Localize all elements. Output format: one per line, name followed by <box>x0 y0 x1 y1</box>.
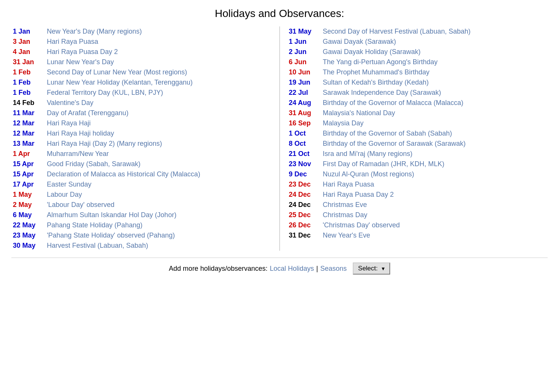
dropdown-arrow-icon: ▼ <box>381 266 386 272</box>
holiday-name-cell: Second Day of Lunar New Year (Most regio… <box>45 67 276 77</box>
date-cell: 23 Nov <box>287 159 321 169</box>
list-item: 31 JanLunar New Year's Day <box>11 57 276 67</box>
holiday-name-cell: Nuzul Al-Quran (Most regions) <box>321 169 548 179</box>
date-cell: 9 Dec <box>287 169 321 179</box>
holiday-name-cell: Pahang State Holiday (Pahang) <box>45 220 276 230</box>
list-item: 2 JunGawai Dayak Holiday (Sarawak) <box>287 47 548 57</box>
date-cell: 15 Apr <box>11 169 45 179</box>
holiday-name-cell: New Year's Day (Many regions) <box>45 26 276 37</box>
list-item: 1 FebLunar New Year Holiday (Kelantan, T… <box>11 77 276 88</box>
list-item: 25 DecChristmas Day <box>287 210 548 220</box>
seasons-link[interactable]: Seasons <box>320 265 347 273</box>
date-cell: 11 Mar <box>11 108 45 118</box>
list-item: 1 MayLabour Day <box>11 190 276 200</box>
date-cell: 6 Jun <box>287 57 321 67</box>
holiday-name-cell: Easter Sunday <box>45 179 276 190</box>
date-cell: 1 Feb <box>11 77 45 88</box>
date-cell: 10 Jun <box>287 67 321 77</box>
list-item: 22 MayPahang State Holiday (Pahang) <box>11 220 276 230</box>
date-cell: 13 Mar <box>11 139 45 149</box>
date-cell: 1 May <box>11 190 45 200</box>
list-item: 6 JunThe Yang di-Pertuan Agong's Birthda… <box>287 57 548 67</box>
list-item: 26 Dec'Christmas Day' observed <box>287 220 548 230</box>
date-cell: 19 Jun <box>287 77 321 88</box>
list-item: 1 AprMuharram/New Year <box>11 149 276 159</box>
holiday-name-cell: New Year's Eve <box>321 230 548 241</box>
holiday-name-cell: Christmas Day <box>321 210 548 220</box>
local-holidays-link[interactable]: Local Holidays <box>270 265 314 273</box>
list-item: 14 FebValentine's Day <box>11 98 276 108</box>
date-cell: 6 May <box>11 210 45 220</box>
select-button[interactable]: Select: ▼ <box>353 262 390 275</box>
date-cell: 23 Dec <box>287 179 321 190</box>
date-cell: 16 Sep <box>287 118 321 128</box>
footer: Add more holidays/observances: Local Hol… <box>11 258 548 275</box>
holiday-name-cell: Sultan of Kedah's Birthday (Kedah) <box>321 77 548 88</box>
list-item: 10 JunThe Prophet Muhammad's Birthday <box>287 67 548 77</box>
holiday-name-cell: Harvest Festival (Labuan, Sabah) <box>45 241 276 251</box>
holiday-name-cell: Valentine's Day <box>45 98 276 108</box>
list-item: 23 DecHari Raya Puasa <box>287 179 548 190</box>
date-cell: 1 Apr <box>11 149 45 159</box>
list-item: 23 NovFirst Day of Ramadan (JHR, KDH, ML… <box>287 159 548 169</box>
list-item: 17 AprEaster Sunday <box>11 179 276 190</box>
date-cell: 1 Jan <box>11 26 45 37</box>
holiday-name-cell: Good Friday (Sabah, Sarawak) <box>45 159 276 169</box>
list-item: 6 MayAlmarhum Sultan Iskandar Hol Day (J… <box>11 210 276 220</box>
holiday-name-cell: First Day of Ramadan (JHR, KDH, MLK) <box>321 159 548 169</box>
holiday-name-cell: Federal Territory Day (KUL, LBN, PJY) <box>45 88 276 98</box>
holiday-name-cell: Malaysia Day <box>321 118 548 128</box>
list-item: 22 JulSarawak Independence Day (Sarawak) <box>287 88 548 98</box>
list-item: 4 JanHari Raya Puasa Day 2 <box>11 47 276 57</box>
list-item: 1 FebFederal Territory Day (KUL, LBN, PJ… <box>11 88 276 98</box>
list-item: 8 OctBirthday of the Governor of Sarawak… <box>287 139 548 149</box>
holiday-name-cell: The Prophet Muhammad's Birthday <box>321 67 548 77</box>
holiday-name-cell: Christmas Eve <box>321 200 548 210</box>
page-title: Holidays and Observances: <box>11 8 548 20</box>
left-column: 1 JanNew Year's Day (Many regions)3 JanH… <box>11 26 280 251</box>
holiday-name-cell: Malaysia's National Day <box>321 108 548 118</box>
list-item: 1 JanNew Year's Day (Many regions) <box>11 26 276 37</box>
list-item: 13 MarHari Raya Haji (Day 2) (Many regio… <box>11 139 276 149</box>
holiday-name-cell: Birthday of the Governor of Sarawak (Sar… <box>321 139 548 149</box>
footer-separator: | <box>316 265 318 273</box>
date-cell: 2 May <box>11 200 45 210</box>
date-cell: 26 Dec <box>287 220 321 230</box>
holiday-name-cell: Hari Raya Puasa <box>45 37 276 47</box>
date-cell: 2 Jun <box>287 47 321 57</box>
holiday-name-cell: 'Pahang State Holiday' observed (Pahang) <box>45 230 276 241</box>
date-cell: 3 Jan <box>11 37 45 47</box>
holiday-name-cell: 'Labour Day' observed <box>45 200 276 210</box>
list-item: 16 SepMalaysia Day <box>287 118 548 128</box>
list-item: 24 DecHari Raya Puasa Day 2 <box>287 190 548 200</box>
date-cell: 12 Mar <box>11 128 45 139</box>
holiday-name-cell: Gawai Dayak Holiday (Sarawak) <box>321 47 548 57</box>
holiday-name-cell: Muharram/New Year <box>45 149 276 159</box>
date-cell: 4 Jan <box>11 47 45 57</box>
list-item: 15 AprGood Friday (Sabah, Sarawak) <box>11 159 276 169</box>
holiday-name-cell: Lunar New Year's Day <box>45 57 276 67</box>
holiday-name-cell: Almarhum Sultan Iskandar Hol Day (Johor) <box>45 210 276 220</box>
list-item: 15 AprDeclaration of Malacca as Historic… <box>11 169 276 179</box>
right-column: 31 MaySecond Day of Harvest Festival (La… <box>280 26 548 251</box>
date-cell: 14 Feb <box>11 98 45 108</box>
holiday-name-cell: Birthday of the Governor of Sabah (Sabah… <box>321 128 548 139</box>
list-item: 12 MarHari Raya Haji holiday <box>11 128 276 139</box>
date-cell: 31 Aug <box>287 108 321 118</box>
holiday-name-cell: Hari Raya Puasa Day 2 <box>45 47 276 57</box>
date-cell: 25 Dec <box>287 210 321 220</box>
holiday-name-cell: Hari Raya Haji (Day 2) (Many regions) <box>45 139 276 149</box>
holiday-name-cell: Gawai Dayak (Sarawak) <box>321 37 548 47</box>
holiday-name-cell: Labour Day <box>45 190 276 200</box>
holiday-name-cell: Hari Raya Puasa Day 2 <box>321 190 548 200</box>
date-cell: 1 Feb <box>11 67 45 77</box>
list-item: 31 AugMalaysia's National Day <box>287 108 548 118</box>
date-cell: 30 May <box>11 241 45 251</box>
list-item: 9 DecNuzul Al-Quran (Most regions) <box>287 169 548 179</box>
date-cell: 22 May <box>11 220 45 230</box>
list-item: 2 May'Labour Day' observed <box>11 200 276 210</box>
date-cell: 21 Oct <box>287 149 321 159</box>
date-cell: 23 May <box>11 230 45 241</box>
date-cell: 31 Dec <box>287 230 321 241</box>
date-cell: 15 Apr <box>11 159 45 169</box>
